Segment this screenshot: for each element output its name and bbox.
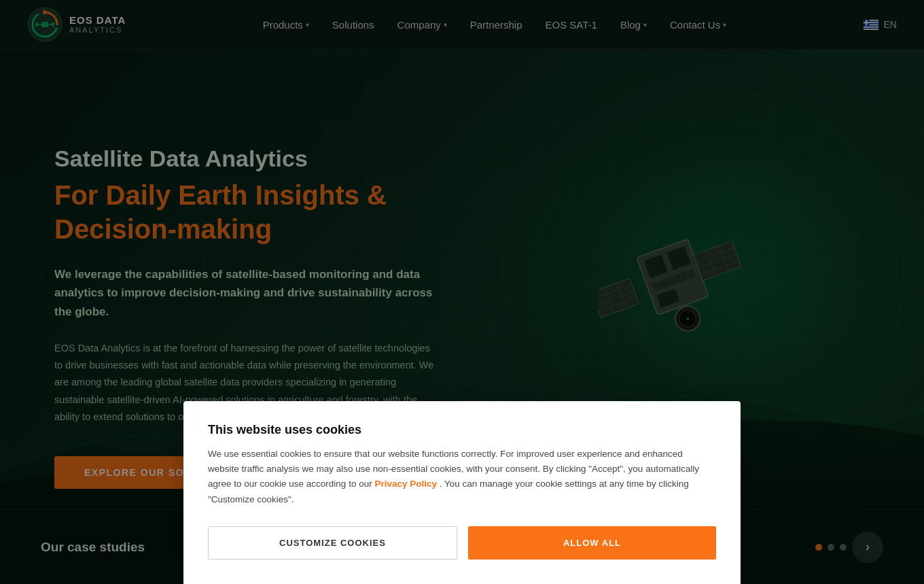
cookie-title: This website uses cookies <box>208 423 716 437</box>
cookie-body: We use essential cookies to ensure that … <box>208 447 716 507</box>
customize-cookies-button[interactable]: CUSTOMIZE COOKIES <box>208 526 457 560</box>
cookie-overlay: This website uses cookies We use essenti… <box>0 0 924 584</box>
cookie-buttons: CUSTOMIZE COOKIES ALLOW ALL <box>208 526 716 560</box>
allow-all-button[interactable]: ALLOW ALL <box>468 526 716 560</box>
cookie-banner: This website uses cookies We use essenti… <box>183 401 741 584</box>
privacy-policy-link[interactable]: Privacy Policy <box>374 479 437 489</box>
